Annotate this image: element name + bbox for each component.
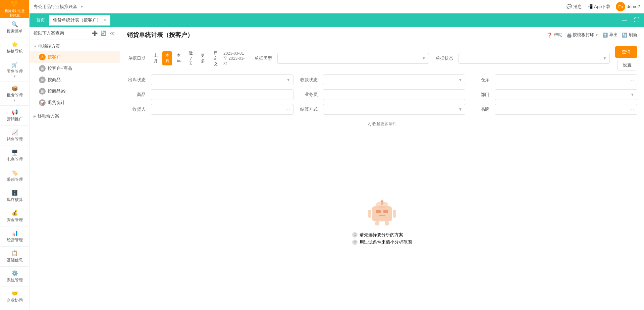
out-status-control[interactable]: ▼	[151, 74, 293, 85]
tab-actions: — ⛶	[620, 15, 641, 25]
sidebar-item-retail[interactable]: 🛒 零售管理 ▼	[0, 58, 29, 82]
message-btn[interactable]: 💬 消息	[567, 4, 582, 10]
scheme-item-customer-goods-label: 按客户+商品	[48, 65, 72, 71]
app-download-label: App下载	[594, 4, 610, 10]
sidebar-item-enterprise[interactable]: 🤝 企业协同	[0, 287, 29, 307]
collect-status-arrow: ▼	[458, 78, 462, 82]
hint-item-2: ② 用过滤条件来缩小分析范围	[352, 239, 412, 245]
refresh-label: 刷新	[629, 32, 637, 38]
receiver-dots: ···	[285, 107, 290, 112]
scheme-item-by-goods-label: 按商品	[48, 77, 61, 83]
sidebar-item-system-label: 系统管理	[7, 277, 23, 283]
sidebar-item-purchase-label: 采购管理	[7, 177, 23, 183]
tab-minimize-btn[interactable]: —	[620, 15, 629, 25]
date-btn-more[interactable]: 更多	[198, 51, 208, 65]
scheme-item-goods99-label: 按商品99	[48, 88, 65, 94]
sidebar-item-marketing-label: 营销推广	[7, 116, 23, 122]
help-icon: ❓	[547, 33, 552, 38]
retail-icon: 🛒	[11, 61, 18, 68]
sidebar-item-ecommerce[interactable]: 🖥️ 电商管理	[0, 146, 29, 166]
tab-sales-stats[interactable]: 销货单统计表（按客户） ✕	[49, 15, 110, 25]
tab-home[interactable]: 首页	[32, 15, 49, 25]
refresh-scheme-btn[interactable]: 🔄	[100, 30, 107, 37]
sidebar-item-finance[interactable]: 💰 资金管理	[0, 206, 29, 226]
workspace-title: 办公用品行业模拟账套	[34, 4, 77, 10]
retail-expand-icon: ▼	[13, 74, 16, 78]
collapse-sidebar-btn[interactable]: ≪	[108, 30, 116, 37]
app-download-btn[interactable]: 📲 App下载	[587, 4, 610, 10]
sidebar-item-search[interactable]: 🔍 搜索菜单	[0, 18, 29, 38]
operations-icon: 📊	[11, 230, 18, 236]
scheme-item-by-goods[interactable]: ⊞ 按商品	[30, 74, 120, 86]
svg-rect-3	[379, 215, 385, 216]
by-customer-icon: 人	[39, 54, 46, 60]
warehouse-control[interactable]: ···	[495, 74, 637, 85]
settings-button[interactable]: 设置	[617, 60, 637, 70]
tab-maximize-btn[interactable]: ⛶	[632, 15, 641, 25]
date-btn-this-month[interactable]: 本月	[162, 51, 172, 65]
filter-row-4: 收货人 ··· 结算方式 ▼ 品牌 ···	[127, 104, 637, 115]
date-btn-7days[interactable]: 近7天	[185, 49, 196, 68]
scheme-item-customer-goods[interactable]: ⊞ 按客户+商品	[30, 63, 120, 74]
department-control[interactable]: ▼	[495, 89, 637, 100]
query-button[interactable]: 查询	[615, 46, 637, 58]
by-goods-icon: ⊞	[39, 76, 46, 83]
settlement-arrow: ▼	[458, 107, 462, 112]
goods-control[interactable]: ···	[151, 89, 293, 100]
date-btn-this-year[interactable]: 本年	[174, 51, 183, 65]
sidebar-item-retail-label: 零售管理	[7, 69, 23, 74]
mobile-scheme-group: ▶ 移动端方案	[30, 110, 120, 122]
collapse-bar[interactable]: ⋀ 收起更多条件	[120, 119, 644, 129]
template-print-btn[interactable]: 🖨️ 按模板打印 ▼	[567, 32, 598, 38]
app-logo[interactable]: 🧡 畅捷通好生意 标账版	[0, 0, 30, 18]
left-sidebar: 🧡 畅捷通好生意 标账版 🔍 搜索菜单 ⭐ 快捷导航 🛒 零售管理 ▼ 📦 批发…	[0, 0, 30, 310]
receiver-control[interactable]: ···	[151, 104, 293, 115]
collect-status-label: 收款状态	[299, 77, 318, 83]
scheme-item-return-stats[interactable]: 📊 退货统计	[30, 97, 120, 108]
mobile-group-label: 移动端方案	[38, 113, 59, 119]
help-btn[interactable]: ❓ 帮助	[547, 32, 562, 38]
export-btn[interactable]: ⬆️ 导出	[602, 32, 618, 38]
sidebar-item-newuser[interactable]: 🆕 新手引导	[0, 307, 29, 310]
sidebar-item-wholesale[interactable]: 📦 批发管理 ▲	[0, 82, 29, 106]
sidebar-item-purchase[interactable]: 🏷️ 采购管理	[0, 166, 29, 186]
sidebar-item-system[interactable]: ⚙️ 系统管理	[0, 267, 29, 287]
refresh-icon: 🔄	[622, 33, 627, 38]
hint-item-1: ① 请先选择要分析的方案	[352, 232, 412, 238]
warehouse-label: 仓库	[471, 77, 489, 83]
workspace-dropdown-arrow[interactable]: ▼	[80, 4, 84, 9]
top-bar-right: 💬 消息 📲 App下载 Ea demo2	[567, 2, 640, 11]
brand-control[interactable]: ···	[495, 104, 637, 115]
return-stats-icon: 📊	[39, 99, 46, 106]
sidebar-item-quicknav[interactable]: ⭐ 快捷导航	[0, 38, 29, 58]
user-menu[interactable]: Ea demo2	[616, 2, 640, 11]
sidebar-item-sales[interactable]: 📈 销售管理	[0, 126, 29, 146]
secondary-sidebar-title: 按以下方案查询	[34, 30, 89, 36]
sidebar-item-operations[interactable]: 📊 经营管理	[0, 226, 29, 247]
template-print-label: 按模板打印	[573, 32, 594, 38]
order-status-control[interactable]: ▼	[459, 53, 610, 64]
date-btn-last-month[interactable]: 上月	[151, 51, 160, 65]
sidebar-item-basic[interactable]: 📋 基础信息	[0, 247, 29, 267]
empty-state: ① 请先选择要分析的方案 ② 用过滤条件来缩小分析范围	[120, 129, 644, 310]
page-header: 销货单统计表（按客户） ❓ 帮助 🖨️ 按模板打印 ▼ ⬆️	[120, 27, 644, 42]
mobile-scheme-group-title[interactable]: ▶ 移动端方案	[30, 111, 120, 121]
order-type-control[interactable]: ▼	[277, 53, 429, 64]
date-filter-group: 上月 本月 本年 近7天 更多 自定义 2023-03-01 至 2023-03…	[151, 49, 248, 68]
sidebar-item-operations-label: 经营管理	[7, 237, 23, 243]
refresh-btn[interactable]: 🔄 刷新	[622, 32, 637, 38]
scheme-item-by-customer[interactable]: 人 按客户	[30, 51, 120, 63]
app-download-icon: 📲	[587, 4, 593, 9]
desktop-scheme-group-title[interactable]: ▼ 电脑端方案	[30, 41, 120, 51]
collect-status-control[interactable]: ▼	[323, 74, 466, 85]
brand-dots: ···	[629, 107, 634, 112]
sidebar-item-quicknav-label: 快捷导航	[7, 49, 23, 54]
date-btn-custom[interactable]: 自定义	[210, 49, 221, 68]
settlement-control[interactable]: ▼	[323, 104, 466, 115]
salesman-control[interactable]: ···	[323, 89, 466, 100]
sidebar-item-inventory[interactable]: 🗄️ 库存核算	[0, 186, 29, 206]
scheme-item-goods99[interactable]: ⊞ 按商品99	[30, 86, 120, 97]
sidebar-item-marketing[interactable]: 📢 营销推广	[0, 106, 29, 126]
tab-close-btn[interactable]: ✕	[103, 18, 106, 22]
add-scheme-btn[interactable]: ➕	[91, 30, 98, 37]
